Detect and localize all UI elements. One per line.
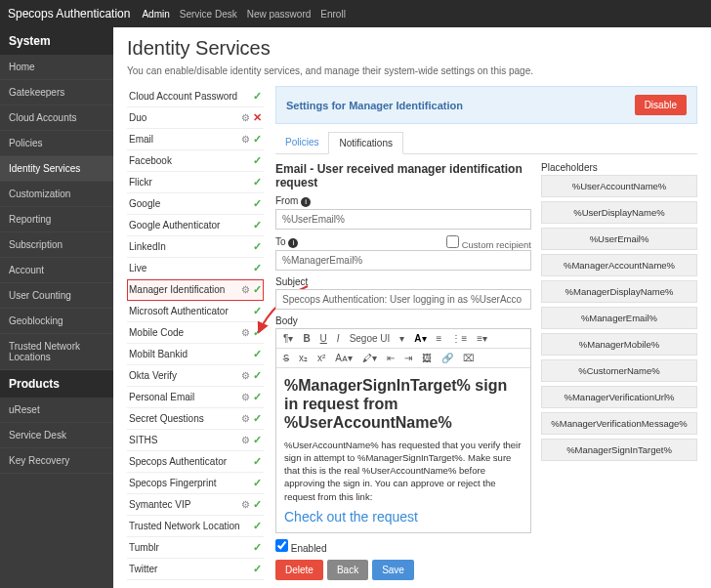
outdent-icon[interactable]: ⇤ xyxy=(384,352,397,364)
placeholder-item[interactable]: %UserDisplayName% xyxy=(541,201,697,224)
check-icon: ✓ xyxy=(253,520,262,532)
service-specops-fingerprint[interactable]: Specops Fingerprint✓ xyxy=(127,473,264,494)
placeholder-item[interactable]: %ManagerVerificationMessage% xyxy=(541,412,697,435)
gear-icon[interactable]: ⚙ xyxy=(241,284,250,295)
placeholder-item[interactable]: %ManagerDisplayName% xyxy=(541,280,697,303)
service-personal-email[interactable]: Personal Email⚙✓ xyxy=(127,387,264,408)
sidebar-item-customization[interactable]: Customization xyxy=(0,182,113,207)
disable-button[interactable]: Disable xyxy=(635,95,687,115)
service-linkedin[interactable]: LinkedIn✓ xyxy=(127,236,264,258)
topnav-enroll[interactable]: Enroll xyxy=(320,9,346,20)
strike-icon[interactable]: S̶ xyxy=(280,352,292,364)
placeholder-item[interactable]: %ManagerVerificationUrl% xyxy=(541,386,697,408)
service-tumblr[interactable]: Tumblr✓ xyxy=(127,537,264,559)
align-icon[interactable]: ≡▾ xyxy=(474,332,490,345)
size-icon[interactable]: Aᴀ▾ xyxy=(332,352,356,364)
subject-input[interactable] xyxy=(275,289,531,310)
topnav-new-password[interactable]: New password xyxy=(247,9,312,20)
service-microsoft-authenticator[interactable]: Microsoft Authenticator✓ xyxy=(127,301,264,322)
placeholder-item[interactable]: %ManagerMobile% xyxy=(541,333,697,356)
service-trusted-network-location[interactable]: Trusted Network Location✓ xyxy=(127,516,264,537)
sidebar-item-account[interactable]: Account xyxy=(0,258,113,283)
sidebar-item-ureset[interactable]: uReset xyxy=(0,398,113,423)
list-ol-icon[interactable]: ⋮≡ xyxy=(448,332,470,345)
topnav-admin[interactable]: Admin xyxy=(142,9,169,20)
service-facebook[interactable]: Facebook✓ xyxy=(127,150,264,172)
format-icon[interactable]: ¶▾ xyxy=(280,332,296,345)
sup-icon[interactable]: x² xyxy=(314,352,328,364)
gear-icon[interactable]: ⚙ xyxy=(241,435,250,445)
sub-icon[interactable]: x₂ xyxy=(296,352,311,364)
sidebar-item-user-counting[interactable]: User Counting xyxy=(0,283,113,309)
gear-icon[interactable]: ⚙ xyxy=(241,370,250,381)
list-ul-icon[interactable]: ≡ xyxy=(434,332,445,345)
bold-icon[interactable]: B xyxy=(300,332,313,345)
image-icon[interactable]: 🖼 xyxy=(419,352,435,364)
sidebar-item-key-recovery[interactable]: Key Recovery xyxy=(0,448,113,474)
link-icon[interactable]: 🔗 xyxy=(439,352,456,364)
delete-button[interactable]: Delete xyxy=(275,560,323,580)
gear-icon[interactable]: ⚙ xyxy=(241,499,250,510)
sidebar-item-trusted-network-locations[interactable]: Trusted Network Locations xyxy=(0,334,113,370)
info-icon[interactable]: i xyxy=(288,238,298,248)
service-manager-identification[interactable]: Manager Identification⚙✓ xyxy=(127,279,264,301)
gear-icon[interactable]: ⚙ xyxy=(241,392,250,402)
indent-icon[interactable]: ⇥ xyxy=(401,352,415,364)
placeholder-item[interactable]: %ManagerSignInTarget% xyxy=(541,439,697,461)
topnav-service-desk[interactable]: Service Desk xyxy=(180,9,237,20)
service-twitter[interactable]: Twitter✓ xyxy=(127,559,264,580)
service-mobilt-bankid[interactable]: Mobilt Bankid✓ xyxy=(127,344,264,365)
sidebar-item-policies[interactable]: Policies xyxy=(0,131,113,156)
sidebar-item-gatekeepers[interactable]: Gatekeepers xyxy=(0,80,113,105)
placeholder-item[interactable]: %UserEmail% xyxy=(541,228,697,250)
service-siths[interactable]: SITHS⚙✓ xyxy=(127,430,264,451)
service-mobile-code[interactable]: Mobile Code⚙✓ xyxy=(127,322,264,344)
italic-icon[interactable]: I xyxy=(334,332,343,345)
gear-icon[interactable]: ⚙ xyxy=(241,112,250,123)
service-name: SITHS xyxy=(129,435,157,445)
sidebar-item-identity-services[interactable]: Identity Services xyxy=(0,156,113,182)
placeholder-item[interactable]: %CustomerName% xyxy=(541,359,697,382)
font-select[interactable]: Segoe UI xyxy=(347,332,394,345)
service-email[interactable]: Email⚙✓ xyxy=(127,129,264,150)
service-google-authenticator[interactable]: Google Authenticator✓ xyxy=(127,215,264,236)
sidebar-item-reporting[interactable]: Reporting xyxy=(0,207,113,232)
service-specops-authenticator[interactable]: Specops Authenticator✓ xyxy=(127,451,264,473)
service-name: Specops Authenticator xyxy=(129,456,227,467)
service-google[interactable]: Google✓ xyxy=(127,193,264,215)
sidebar-item-geoblocking[interactable]: Geoblocking xyxy=(0,309,113,334)
sidebar-item-subscription[interactable]: Subscription xyxy=(0,232,113,258)
placeholder-item[interactable]: %ManagerAccountName% xyxy=(541,254,697,276)
clear-icon[interactable]: ⌧ xyxy=(460,352,478,364)
editor-body[interactable]: %ManagerSignInTarget% sign in request fr… xyxy=(276,368,530,532)
custom-recipient-checkbox[interactable] xyxy=(446,235,459,248)
bg-color-icon[interactable]: 🖍▾ xyxy=(359,352,380,364)
tab-notifications[interactable]: Notifications xyxy=(328,132,402,154)
service-symantec-vip[interactable]: Symantec VIP⚙✓ xyxy=(127,494,264,516)
back-button[interactable]: Back xyxy=(327,560,368,580)
service-live[interactable]: Live✓ xyxy=(127,258,264,279)
service-okta-verify[interactable]: Okta Verify⚙✓ xyxy=(127,365,264,387)
placeholder-item[interactable]: %ManagerEmail% xyxy=(541,307,697,329)
sidebar-item-cloud-accounts[interactable]: Cloud Accounts xyxy=(0,105,113,131)
sidebar-item-service-desk[interactable]: Service Desk xyxy=(0,423,113,448)
gear-icon[interactable]: ⚙ xyxy=(241,134,250,145)
save-button[interactable]: Save xyxy=(372,560,414,580)
tab-policies[interactable]: Policies xyxy=(275,132,328,153)
service-cloud-account-password[interactable]: Cloud Account Password✓ xyxy=(127,86,264,107)
info-icon[interactable]: i xyxy=(301,197,311,207)
to-input[interactable] xyxy=(275,250,531,271)
service-secret-questions[interactable]: Secret Questions⚙✓ xyxy=(127,408,264,430)
enabled-checkbox[interactable] xyxy=(275,539,288,552)
service-duo[interactable]: Duo⚙✕ xyxy=(127,107,264,129)
gear-icon[interactable]: ⚙ xyxy=(241,327,250,338)
underline-icon[interactable]: U xyxy=(317,332,330,345)
gear-icon[interactable]: ⚙ xyxy=(241,413,250,424)
custom-recipient[interactable]: Custom recipient xyxy=(446,235,531,250)
font-color-icon[interactable]: A▾ xyxy=(411,332,429,345)
from-input[interactable] xyxy=(275,209,531,230)
placeholder-item[interactable]: %UserAccountName% xyxy=(541,175,697,197)
service-flickr[interactable]: Flickr✓ xyxy=(127,172,264,193)
sidebar-item-home[interactable]: Home xyxy=(0,55,113,80)
body-link[interactable]: Check out the request xyxy=(284,509,523,525)
